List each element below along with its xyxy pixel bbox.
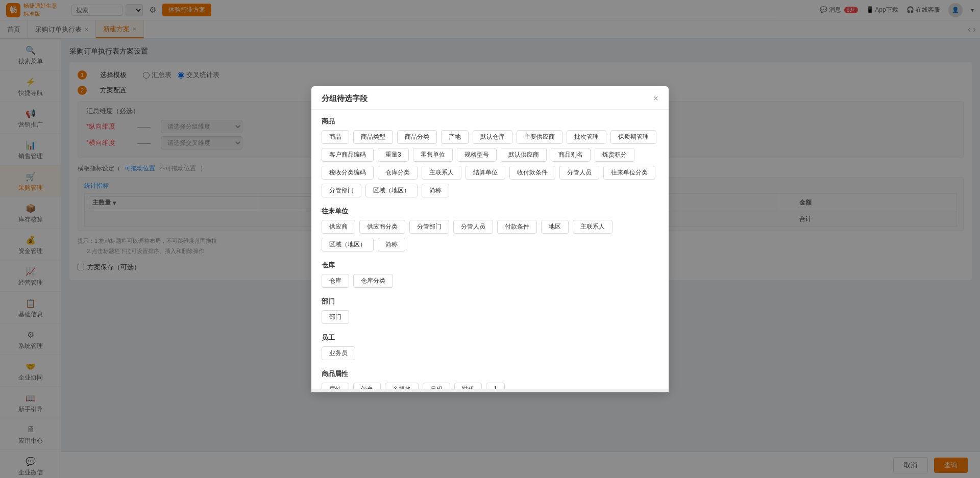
chip-attr-2[interactable]: 多规格 (385, 383, 419, 389)
field-group-title-partner: 往来单位 (322, 207, 658, 216)
modal-title: 分组待选字段 (322, 94, 368, 104)
field-group-title-warehouse: 仓库 (322, 261, 658, 270)
chip-partner-5[interactable]: 地区 (541, 220, 569, 234)
chip-attr-5[interactable]: 1 (486, 383, 505, 389)
field-group-warehouse: 仓库 仓库 仓库分类 (322, 261, 658, 288)
chip-product-21[interactable]: 往来单位分类 (603, 166, 655, 180)
chip-product-23[interactable]: 区域（地区） (365, 184, 418, 197)
chip-partner-0[interactable]: 供应商 (322, 220, 355, 234)
chip-product-6[interactable]: 批次管理 (567, 130, 606, 144)
field-chips-product: 商品 商品类型 商品分类 产地 默认仓库 主要供应商 批次管理 保质期管理 客户… (322, 130, 658, 197)
field-chips-partner: 供应商 供应商分类 分管部门 分管人员 付款条件 地区 主联系人 区域（地区） … (322, 220, 658, 251)
chip-product-14[interactable]: 炼货积分 (595, 148, 634, 162)
field-chips-dept: 部门 (322, 310, 658, 324)
chip-product-9[interactable]: 重量3 (378, 148, 409, 162)
chip-product-11[interactable]: 规格型号 (457, 148, 497, 162)
chip-product-13[interactable]: 商品别名 (551, 148, 591, 162)
chip-product-8[interactable]: 客户商品编码 (322, 148, 374, 162)
chip-employee-0[interactable]: 业务员 (322, 346, 355, 360)
chip-product-3[interactable]: 产地 (441, 130, 469, 144)
chip-product-0[interactable]: 商品 (322, 130, 349, 144)
chip-product-17[interactable]: 主联系人 (422, 166, 461, 180)
chip-product-2[interactable]: 商品分类 (397, 130, 437, 144)
field-group-title-employee: 员工 (322, 333, 658, 342)
chip-product-19[interactable]: 收付款条件 (509, 166, 555, 180)
modal-hscroll[interactable] (311, 389, 669, 392)
chip-attr-4[interactable]: 鞋码 (454, 383, 482, 389)
chip-product-16[interactable]: 仓库分类 (378, 166, 418, 180)
field-group-employee: 员工 业务员 (322, 333, 658, 360)
field-group-attr: 商品属性 属性 颜色 多规格 尺码 鞋码 1 (322, 369, 658, 389)
chip-product-1[interactable]: 商品类型 (353, 130, 393, 144)
modal-body: 商品 商品 商品类型 商品分类 产地 默认仓库 主要供应商 批次管理 保质期管理… (311, 110, 669, 389)
chip-dept-0[interactable]: 部门 (322, 310, 349, 324)
chip-partner-2[interactable]: 分管部门 (409, 220, 449, 234)
chip-warehouse-0[interactable]: 仓库 (322, 274, 349, 288)
chip-product-22[interactable]: 分管部门 (322, 184, 361, 197)
field-group-dept: 部门 部门 (322, 297, 658, 324)
chip-partner-3[interactable]: 分管人员 (453, 220, 493, 234)
chip-product-5[interactable]: 主要供应商 (517, 130, 562, 144)
chip-product-7[interactable]: 保质期管理 (610, 130, 656, 144)
chip-partner-6[interactable]: 主联系人 (573, 220, 612, 234)
chip-partner-1[interactable]: 供应商分类 (359, 220, 405, 234)
chip-product-4[interactable]: 默认仓库 (473, 130, 512, 144)
chip-warehouse-1[interactable]: 仓库分类 (353, 274, 393, 288)
field-group-partner: 往来单位 供应商 供应商分类 分管部门 分管人员 付款条件 地区 主联系人 区域… (322, 207, 658, 251)
chip-partner-7[interactable]: 区域（地区） (322, 238, 374, 251)
field-chips-warehouse: 仓库 仓库分类 (322, 274, 658, 288)
chip-product-12[interactable]: 默认供应商 (501, 148, 547, 162)
modal-header: 分组待选字段 × (311, 86, 669, 110)
chip-product-15[interactable]: 税收分类编码 (322, 166, 374, 180)
field-chips-employee: 业务员 (322, 346, 658, 360)
modal-overlay[interactable]: 分组待选字段 × 商品 商品 商品类型 商品分类 产地 默认仓库 主要供应商 批… (0, 0, 980, 478)
field-group-title-dept: 部门 (322, 297, 658, 306)
field-group-product: 商品 商品 商品类型 商品分类 产地 默认仓库 主要供应商 批次管理 保质期管理… (322, 117, 658, 197)
modal-close-button[interactable]: × (653, 93, 658, 104)
chip-product-10[interactable]: 零售单位 (413, 148, 453, 162)
chip-attr-1[interactable]: 颜色 (353, 383, 381, 389)
field-chips-attr: 属性 颜色 多规格 尺码 鞋码 1 (322, 383, 658, 389)
chip-product-24[interactable]: 简称 (422, 184, 449, 197)
chip-attr-3[interactable]: 尺码 (423, 383, 450, 389)
field-group-title-attr: 商品属性 (322, 369, 658, 379)
field-group-title-product: 商品 (322, 117, 658, 126)
chip-attr-0[interactable]: 属性 (322, 383, 349, 389)
chip-product-18[interactable]: 结算单位 (465, 166, 505, 180)
chip-product-20[interactable]: 分管人员 (559, 166, 599, 180)
modal-dialog: 分组待选字段 × 商品 商品 商品类型 商品分类 产地 默认仓库 主要供应商 批… (311, 86, 669, 392)
chip-partner-8[interactable]: 简称 (378, 238, 405, 251)
chip-partner-4[interactable]: 付款条件 (497, 220, 537, 234)
